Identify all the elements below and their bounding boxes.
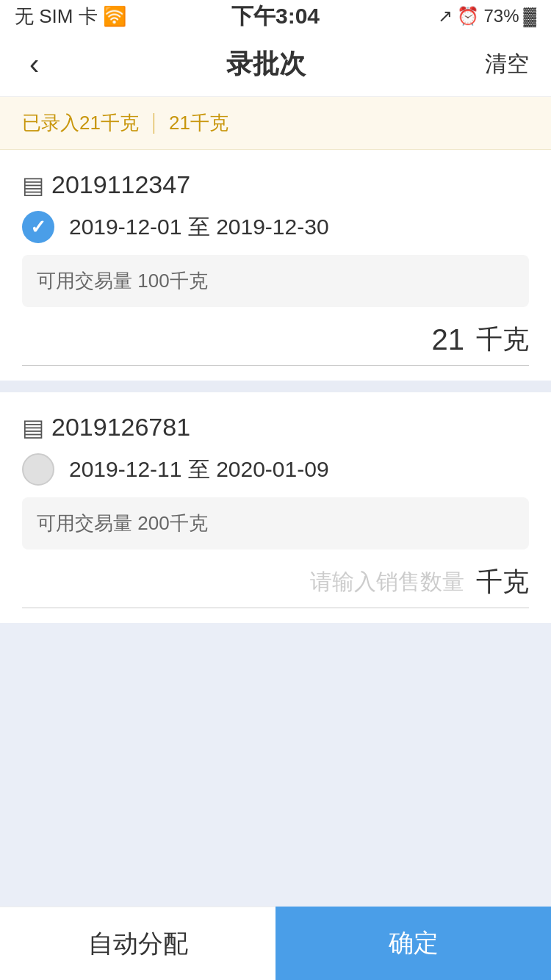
batch1-quantity-unit: 千克 — [476, 322, 529, 358]
batch2-input-placeholder: 请输入销售数量 — [22, 567, 464, 597]
clock-icon: ⏰ — [457, 6, 479, 26]
battery-icon: ▓ — [524, 6, 537, 26]
auto-distribute-button[interactable]: 自动分配 — [0, 907, 276, 980]
batch1-checkbox[interactable]: ✓ — [22, 211, 54, 243]
summary-bar: 已录入21千克 21千克 — [0, 97, 551, 150]
confirm-button[interactable]: 确定 — [276, 907, 551, 980]
battery-text: 73% — [483, 6, 519, 26]
batch2-date: 2019-12-11 至 2020-01-09 — [69, 455, 329, 485]
location-icon: ↗ — [438, 6, 453, 26]
bottom-bar: 自动分配 确定 — [0, 907, 551, 980]
batch-card-2: ▤ 2019126781 2019-12-11 至 2020-01-09 可用交… — [0, 392, 551, 623]
batch1-id: 2019112347 — [51, 170, 190, 199]
batch2-input-row[interactable]: 请输入销售数量 千克 — [0, 550, 551, 608]
card-separator — [0, 381, 551, 392]
status-time: 下午3:04 — [231, 1, 320, 32]
status-left: 无 SIM 卡 🛜 — [15, 4, 126, 29]
status-right: ↗ ⏰ 73% ▓ — [438, 6, 536, 26]
batch1-header: ▤ 2019112347 — [22, 170, 529, 199]
batch2-id: 2019126781 — [51, 413, 190, 442]
grey-area — [0, 623, 551, 917]
batch1-date-row: ✓ 2019-12-01 至 2019-12-30 — [22, 211, 529, 243]
batch2-available: 可用交易量 200千克 — [22, 497, 529, 550]
batch1-available: 可用交易量 100千克 — [22, 255, 529, 307]
recorded-label: 已录入21千克 — [22, 110, 139, 136]
page-title: 录批次 — [226, 46, 306, 82]
batch2-date-row: 2019-12-11 至 2020-01-09 — [22, 453, 529, 486]
status-bar: 无 SIM 卡 🛜 下午3:04 ↗ ⏰ 73% ▓ — [0, 0, 551, 32]
no-sim-text: 无 SIM 卡 🛜 — [15, 4, 126, 29]
batch2-input-unit: 千克 — [476, 564, 529, 600]
batch2-header: ▤ 2019126781 — [22, 413, 529, 442]
total-label: 21千克 — [169, 110, 228, 136]
summary-divider — [154, 113, 154, 134]
batch1-quantity-value: 21 — [432, 323, 465, 356]
back-button[interactable]: ‹ — [22, 40, 46, 88]
batch1-icon: ▤ — [22, 171, 44, 199]
batch1-quantity-row: 21 千克 — [0, 307, 551, 365]
batch-card-1: ▤ 2019112347 ✓ 2019-12-01 至 2019-12-30 可… — [0, 150, 551, 381]
checkmark-icon: ✓ — [30, 216, 46, 239]
batch2-checkbox[interactable] — [22, 453, 54, 486]
clear-button[interactable]: 清空 — [485, 49, 529, 79]
batch2-icon: ▤ — [22, 414, 44, 442]
batch1-date: 2019-12-01 至 2019-12-30 — [69, 212, 329, 242]
nav-bar: ‹ 录批次 清空 — [0, 32, 551, 97]
